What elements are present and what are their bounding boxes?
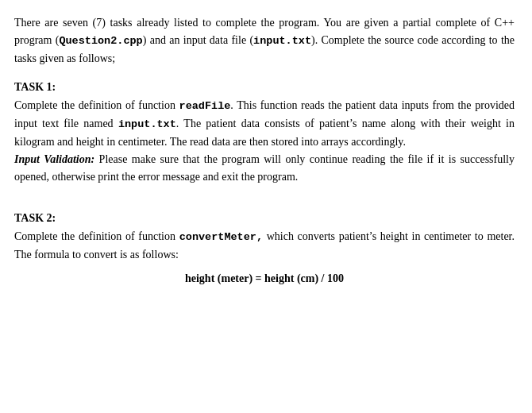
task2-func-convertmeter: convertMeter, xyxy=(179,231,263,243)
task1-text-1: Complete the definition of function xyxy=(14,99,179,111)
task1-func-readfile: readFile xyxy=(179,100,231,112)
task1-title: TASK 1: xyxy=(14,81,515,94)
intro-code-question2: Question2.cpp xyxy=(59,35,142,47)
task2-title: TASK 2: xyxy=(14,212,515,225)
task1-code-input: input.txt xyxy=(118,118,176,130)
content-area: There are seven (7) tasks already listed… xyxy=(14,14,515,288)
intro-text-2: ) and an input data file ( xyxy=(143,34,253,46)
intro-paragraph: There are seven (7) tasks already listed… xyxy=(14,14,515,67)
task2-text-1: Complete the definition of function xyxy=(14,230,179,242)
task1-body: Complete the definition of function read… xyxy=(14,97,515,185)
task2-body: Complete the definition of function conv… xyxy=(14,228,515,287)
spacer xyxy=(14,199,515,212)
task2-block: TASK 2: Complete the definition of funct… xyxy=(14,212,515,287)
task1-block: TASK 1: Complete the definition of funct… xyxy=(14,81,515,185)
task1-validation-label: Input Validation: xyxy=(14,153,94,165)
intro-code-input: input.txt xyxy=(253,35,311,47)
task2-formula: height (meter) = height (cm) / 100 xyxy=(14,270,515,288)
